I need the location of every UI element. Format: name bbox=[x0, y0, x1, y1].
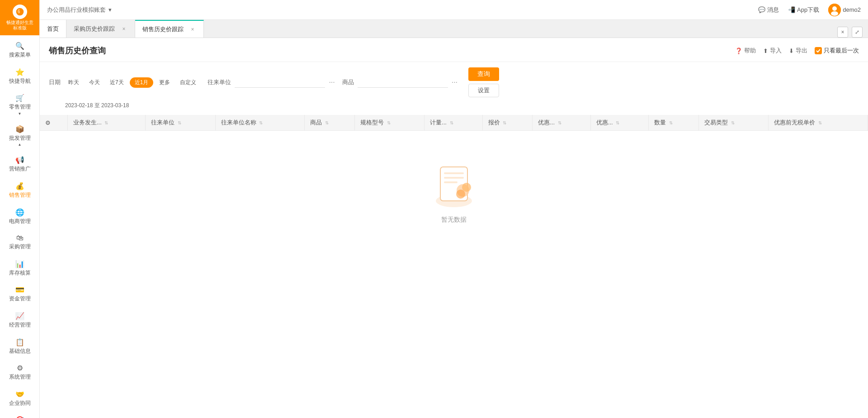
tab-purchase-close-btn[interactable]: × bbox=[120, 25, 127, 33]
tabs-end: × ⤢ bbox=[204, 27, 868, 38]
maximize-icon: ⤢ bbox=[855, 29, 859, 35]
sidebar-item-finance-label: 资金管理 bbox=[9, 295, 31, 303]
query-btn[interactable]: 查询 bbox=[468, 67, 499, 81]
sidebar-item-system[interactable]: ⚙ 系统管理 bbox=[0, 359, 39, 385]
th-discount1[interactable]: 优惠... ⇅ bbox=[533, 115, 591, 131]
sort-spec-icon: ⇅ bbox=[387, 120, 391, 125]
date-btn-more[interactable]: 更多 bbox=[155, 77, 174, 88]
sort-discount1-icon: ⇅ bbox=[558, 120, 561, 125]
svg-point-4 bbox=[831, 11, 838, 16]
th-trade-type[interactable]: 交易类型 ⇅ bbox=[698, 115, 768, 131]
msg-icon: 💬 bbox=[758, 6, 765, 13]
topbar-app-download-btn[interactable]: 📲 App下载 bbox=[788, 6, 819, 14]
svg-rect-9 bbox=[444, 181, 458, 183]
only-last-wrapper[interactable]: 只看最后一次 bbox=[815, 47, 859, 55]
sidebar-item-inventory[interactable]: 📊 库存核算 bbox=[0, 255, 39, 281]
purchase-icon: 🛍 bbox=[16, 234, 24, 242]
date-range-text: 2023-02-18 至 2023-03-18 bbox=[65, 102, 129, 109]
retail-icon: 🛒 bbox=[15, 94, 24, 102]
logo-text: 畅捷通好生意 标准版 bbox=[4, 20, 36, 31]
sidebar-item-operations[interactable]: 📈 经营管理 bbox=[0, 307, 39, 333]
th-quantity[interactable]: 数量 ⇅ bbox=[649, 115, 698, 131]
sidebar-item-ecommerce[interactable]: 🌐 电商管理 bbox=[0, 204, 39, 230]
avatar bbox=[828, 4, 841, 16]
sidebar-item-purchase[interactable]: 🛍 采购管理 bbox=[0, 229, 39, 255]
th-gear[interactable]: ⚙ bbox=[40, 115, 67, 131]
partner-dots[interactable]: ··· bbox=[329, 78, 335, 86]
tab-home[interactable]: 首页 bbox=[40, 20, 66, 38]
export-btn[interactable]: ⬇ 导出 bbox=[789, 47, 807, 55]
table-wrapper: ⚙ 业务发生... ⇅ 往来单位 ⇅ 往来单位名称 ⇅ 商品 ⇅ 规格型号 ⇅ … bbox=[40, 115, 868, 418]
sidebar-item-wholesale[interactable]: 📦 批发管理 ▲ bbox=[0, 120, 39, 152]
topbar-title[interactable]: 办公用品行业模拟账套 ▾ bbox=[47, 6, 758, 14]
sidebar-item-enterprise-label: 企业协同 bbox=[9, 400, 31, 407]
import-btn[interactable]: ⬆ 导入 bbox=[763, 47, 782, 55]
date-btn-custom[interactable]: 自定义 bbox=[176, 77, 200, 88]
date-btn-yesterday[interactable]: 昨天 bbox=[64, 77, 83, 88]
sidebar-item-shortcuts[interactable]: ⭐ 快捷导航 bbox=[0, 63, 39, 90]
sidebar-item-basic[interactable]: 📋 基础信息 bbox=[0, 333, 39, 360]
sidebar-item-enterprise[interactable]: 🤝 企业协同 bbox=[0, 385, 39, 412]
sidebar-item-retail-label: 零售管理 bbox=[9, 104, 31, 111]
svg-point-12 bbox=[456, 190, 465, 199]
topbar-msg-btn[interactable]: 💬 消息 bbox=[758, 6, 779, 14]
tab-close-all-btn[interactable]: × bbox=[837, 27, 848, 38]
sidebar-item-search[interactable]: 🔍 搜索菜单 bbox=[0, 37, 39, 63]
svg-text:6: 6 bbox=[18, 9, 20, 14]
th-unit[interactable]: 计量... ⇅ bbox=[425, 115, 483, 131]
partner-input[interactable] bbox=[235, 77, 325, 88]
th-discount2[interactable]: 优惠... ⇅ bbox=[590, 115, 649, 131]
only-last-checkbox[interactable] bbox=[815, 47, 822, 54]
user-label: demo2 bbox=[843, 6, 861, 13]
sort-partner-name-icon: ⇅ bbox=[259, 120, 263, 125]
th-partner-name[interactable]: 往来单位名称 ⇅ bbox=[215, 115, 305, 131]
table-header-row: ⚙ 业务发生... ⇅ 往来单位 ⇅ 往来单位名称 ⇅ 商品 ⇅ 规格型号 ⇅ … bbox=[40, 115, 868, 131]
sort-goods-icon: ⇅ bbox=[325, 120, 329, 125]
date-btn-today[interactable]: 今天 bbox=[85, 77, 104, 88]
th-quoted-price[interactable]: 报价 ⇅ bbox=[482, 115, 532, 131]
sidebar-item-sales[interactable]: 💰 销售管理 bbox=[0, 177, 39, 204]
sidebar-item-ecommerce-label: 电商管理 bbox=[9, 218, 31, 225]
sidebar-item-marketing[interactable]: 📢 营销推广 bbox=[0, 151, 39, 177]
tab-sales-history-label: 销售历史价跟踪 bbox=[142, 25, 184, 33]
operations-icon: 📈 bbox=[15, 312, 24, 320]
tab-maximize-btn[interactable]: ⤢ bbox=[852, 27, 863, 38]
sidebar-logo[interactable]: 6 畅捷通好生意 标准版 bbox=[0, 0, 39, 35]
th-goods[interactable]: 商品 ⇅ bbox=[305, 115, 354, 131]
guide-icon: 🎯 bbox=[15, 416, 24, 418]
system-icon: ⚙ bbox=[17, 364, 23, 372]
goods-input[interactable] bbox=[358, 77, 448, 88]
sidebar-item-finance[interactable]: 💳 资金管理 bbox=[0, 281, 39, 307]
sidebar-item-guide[interactable]: 🎯 新手引导 bbox=[0, 411, 39, 418]
inventory-icon: 📊 bbox=[15, 260, 24, 268]
page-header-actions: ❓ 帮助 ⬆ 导入 ⬇ 导出 只看最后一次 bbox=[735, 47, 859, 55]
page-title: 销售历史价查询 bbox=[49, 45, 106, 56]
date-btn-7days[interactable]: 近7天 bbox=[106, 77, 128, 88]
goods-dots[interactable]: ··· bbox=[452, 78, 458, 86]
date-btn-1month[interactable]: 近1月 bbox=[130, 77, 154, 88]
help-btn[interactable]: ❓ 帮助 bbox=[735, 47, 756, 55]
setting-btn[interactable]: 设置 bbox=[468, 84, 499, 97]
th-spec[interactable]: 规格型号 ⇅ bbox=[354, 115, 424, 131]
sidebar-item-retail[interactable]: 🛒 零售管理 ▼ bbox=[0, 89, 39, 120]
th-pre-tax-price[interactable]: 优惠前无税单价 ⇅ bbox=[769, 115, 868, 131]
sidebar-item-inventory-label: 库存核算 bbox=[9, 270, 31, 277]
th-biz-date[interactable]: 业务发生... ⇅ bbox=[67, 115, 145, 131]
tab-sales-history[interactable]: 销售历史价跟踪 × bbox=[135, 20, 204, 38]
wholesale-arrow-icon: ▲ bbox=[18, 142, 22, 147]
th-partner-code[interactable]: 往来单位 ⇅ bbox=[146, 115, 215, 131]
export-label: 导出 bbox=[796, 47, 807, 55]
retail-arrow-icon: ▼ bbox=[18, 112, 22, 116]
import-label: 导入 bbox=[770, 47, 782, 55]
tab-purchase-history[interactable]: 采购历史价跟踪 × bbox=[66, 20, 135, 38]
sidebar-item-search-label: 搜索菜单 bbox=[9, 52, 31, 59]
tab-home-label: 首页 bbox=[47, 25, 59, 33]
sort-pre-tax-price-icon: ⇅ bbox=[818, 120, 822, 125]
goods-filter-group: 商品 ··· bbox=[342, 77, 458, 88]
tab-sales-close-btn[interactable]: × bbox=[189, 26, 196, 33]
topbar-user-btn[interactable]: demo2 bbox=[828, 4, 861, 16]
tabs-bar: 首页 采购历史价跟踪 × 销售历史价跟踪 × × ⤢ bbox=[40, 20, 868, 38]
filter-bar: 日期 昨天 今天 近7天 近1月 更多 自定义 往来单位 bbox=[40, 62, 868, 115]
marketing-icon: 📢 bbox=[15, 156, 24, 164]
enterprise-icon: 🤝 bbox=[15, 390, 24, 399]
